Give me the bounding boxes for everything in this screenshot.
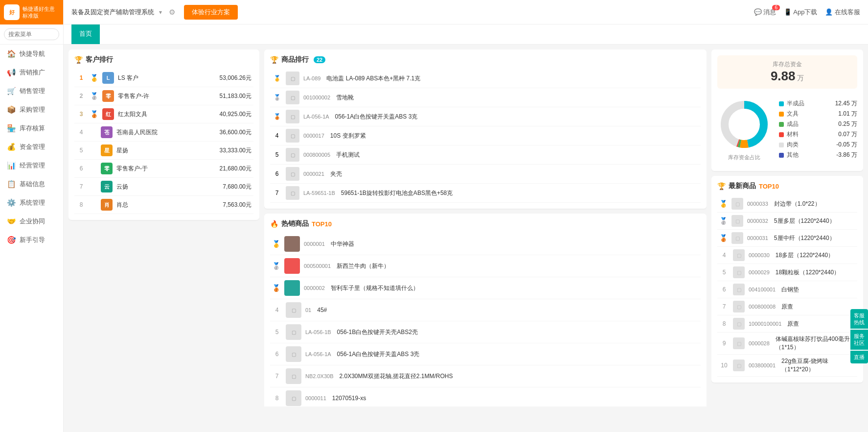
customer-name: 星扬 bbox=[116, 146, 216, 155]
purchase-icon: 📦 bbox=[7, 105, 16, 114]
hot-products-title: 🔥 热销商品 TOP10 bbox=[270, 219, 701, 228]
new-prod-name: 5厘多层（1220*2440） bbox=[774, 217, 855, 225]
new-prod-code: 0000032 bbox=[747, 218, 768, 224]
sidebar-item-basic[interactable]: 📋 基础信息 bbox=[0, 175, 63, 193]
sidebar-item-inventory[interactable]: 🏪 库存核算 bbox=[0, 119, 63, 138]
new-rank-num: 9 bbox=[719, 340, 729, 347]
hot-prod-img: ▢ bbox=[286, 302, 301, 318]
inventory-card: 库存总资金 9.88 万 bbox=[711, 49, 863, 171]
customer-ranking-title: 🏆 客户排行 bbox=[74, 55, 253, 64]
hot-product-item: 🥈 000500001 新西兰牛肉（新牛） bbox=[270, 255, 701, 277]
legend-dot bbox=[779, 122, 784, 127]
sidebar-item-label: 采购管理 bbox=[20, 105, 45, 114]
main-container: 装备及固定资产辅助管理系统 ▾ ⚙ 体验行业方案 💬 消息 6 📱 App下载 … bbox=[64, 0, 868, 432]
new-prod-img: ▢ bbox=[731, 198, 743, 210]
hot-product-item: 7 ▢ NB2.0X30B 2.0X30MM双搓花轴,搓花直径2.1MM/ROH… bbox=[270, 365, 701, 387]
product-code: 0000021 bbox=[303, 171, 324, 177]
search-input[interactable] bbox=[4, 28, 59, 40]
finance-icon: 💰 bbox=[7, 143, 16, 151]
new-prod-code: 004100001 bbox=[749, 287, 776, 292]
app-download-btn[interactable]: 📱 App下载 bbox=[784, 8, 817, 17]
guide-icon: 🎯 bbox=[7, 236, 16, 244]
hot-prod-code: LA-056-1B bbox=[305, 329, 331, 335]
app-logo: 好 畅捷通好生意 标准版 bbox=[0, 0, 63, 24]
legend-name: 成品 bbox=[787, 120, 835, 128]
customer-name: 肖总 bbox=[116, 201, 219, 209]
customer-name: 零售客户-许 bbox=[118, 92, 216, 100]
product-code: 0000017 bbox=[303, 133, 324, 139]
sidebar-item-coop[interactable]: 🤝 企业协同 bbox=[0, 212, 63, 231]
rank-number: 8 bbox=[76, 201, 86, 208]
product-img: ▢ bbox=[286, 110, 299, 123]
inventory-legend: 半成品 12.45 万 文具 1.01 万 成品 0.25 万 材料 0.07 … bbox=[779, 98, 857, 160]
settings-icon[interactable]: ⚙ bbox=[169, 8, 175, 17]
legend-dot bbox=[779, 101, 784, 106]
legend-value: -0.05 万 bbox=[836, 141, 857, 149]
sidebar-item-guide[interactable]: 🎯 新手引导 bbox=[0, 231, 63, 249]
new-prod-name: 原查 bbox=[787, 320, 855, 328]
hot-prod-img: ▢ bbox=[286, 390, 301, 406]
new-prod-code: 0000028 bbox=[749, 340, 770, 346]
sidebar-item-nav[interactable]: 🏠 快捷导航 bbox=[0, 45, 63, 63]
legend-item: 其他 -3.86 万 bbox=[779, 150, 857, 160]
product-rank-list: 🥇 ▢ LA-089 电池盖 LA-089 ABS本色+黑种 7.1克 🥈 ▢ … bbox=[270, 69, 701, 203]
customer-avatar: 零 bbox=[101, 163, 113, 174]
new-prod-name: 白钢垫 bbox=[781, 286, 855, 294]
hot-product-item: 8 ▢ 0000011 12070519-xs bbox=[270, 387, 701, 407]
new-rank-num: 10 bbox=[719, 362, 729, 369]
fire-icon: 🔥 bbox=[270, 220, 278, 228]
product-code: 000800005 bbox=[303, 152, 330, 158]
sidebar-item-finance[interactable]: 💰 资金管理 bbox=[0, 138, 63, 156]
sidebar-item-label: 销售管理 bbox=[20, 87, 45, 96]
legend-item: 文具 1.01 万 bbox=[779, 109, 857, 119]
sidebar-item-label: 快捷导航 bbox=[20, 49, 45, 58]
hot-product-item: 6 ▢ LA-056-1A 056-1A白色按键开关盖ABS 3壳 bbox=[270, 343, 701, 365]
inventory-value-display: 9.88 万 bbox=[722, 69, 852, 84]
sidebar-item-operation[interactable]: 📊 经营管理 bbox=[0, 156, 63, 175]
prod-rank-num: 🥉 bbox=[272, 113, 282, 120]
prod-rank-num: 7 bbox=[272, 190, 282, 196]
float-btn-service[interactable]: 客服热线 bbox=[850, 309, 868, 329]
hot-prod-name: 新西兰牛肉（新牛） bbox=[337, 262, 699, 270]
system-icon: ⚙️ bbox=[7, 198, 16, 207]
sidebar-item-sales[interactable]: 🛒 销售管理 bbox=[0, 82, 63, 100]
customer-avatar: 星 bbox=[101, 144, 113, 156]
hot-prod-code: NB2.0X30B bbox=[305, 373, 333, 379]
new-prod-code: 0000029 bbox=[749, 269, 770, 275]
tab-home[interactable]: 首页 bbox=[71, 24, 100, 44]
hot-prod-img bbox=[284, 280, 300, 296]
product-rank-item: 🥉 ▢ LA-056-1A 056-1A白色按键开关盖ABS 3克 bbox=[270, 107, 701, 126]
message-btn[interactable]: 💬 消息 6 bbox=[754, 8, 777, 17]
hot-prod-name: 2.0X30MM双搓花轴,搓花直径2.1MM/ROHS bbox=[339, 372, 699, 381]
customer-value: 40,925.00元 bbox=[220, 110, 251, 119]
sidebar-item-marketing[interactable]: 📢 营销推广 bbox=[0, 63, 63, 82]
medal-icon: 🥉 bbox=[90, 110, 98, 118]
sidebar-item-system[interactable]: ⚙️ 系统管理 bbox=[0, 193, 63, 212]
hot-prod-img bbox=[284, 236, 300, 252]
right-column: 库存总资金 9.88 万 bbox=[711, 49, 863, 407]
marketing-icon: 📢 bbox=[7, 68, 16, 77]
float-btn-community[interactable]: 服务社区 bbox=[850, 330, 868, 350]
product-rank-item: 🥈 ▢ 001000002 雪地靴 bbox=[270, 88, 701, 107]
message-icon: 💬 bbox=[754, 8, 762, 16]
online-service-btn[interactable]: 👤 在线客服 bbox=[825, 8, 860, 17]
float-btn-live[interactable]: 直播 bbox=[850, 351, 868, 363]
customer-value: 51,183.00元 bbox=[220, 92, 251, 100]
app-label: App下载 bbox=[793, 8, 817, 16]
sidebar-item-label: 基础信息 bbox=[20, 180, 45, 189]
sidebar-item-label: 营销推广 bbox=[20, 68, 45, 77]
sidebar-nav: 🏠 快捷导航 📢 营销推广 🛒 销售管理 📦 采购管理 🏪 库存核算 💰 资金管… bbox=[0, 45, 63, 432]
hot-product-item: 🥇 0000001 中华神器 bbox=[270, 233, 701, 255]
new-product-item: 4 ▢ 0000030 18多层（1220*2440） bbox=[717, 247, 857, 264]
trial-btn[interactable]: 体验行业方案 bbox=[184, 5, 238, 20]
customer-value: 7,563.00元 bbox=[223, 201, 251, 209]
product-img: ▢ bbox=[286, 129, 299, 143]
product-ranking-title: 🏆 商品排行 22 bbox=[270, 55, 701, 64]
sidebar-item-purchase[interactable]: 📦 采购管理 bbox=[0, 100, 63, 119]
prod-rank-num: 5 bbox=[272, 151, 282, 158]
new-prod-img: ▢ bbox=[731, 215, 743, 227]
arrow-down-icon[interactable]: ▾ bbox=[159, 9, 162, 16]
hot-prod-code: 0000001 bbox=[304, 241, 325, 247]
product-name: 雪地靴 bbox=[336, 94, 699, 102]
message-badge: 6 bbox=[772, 5, 780, 10]
